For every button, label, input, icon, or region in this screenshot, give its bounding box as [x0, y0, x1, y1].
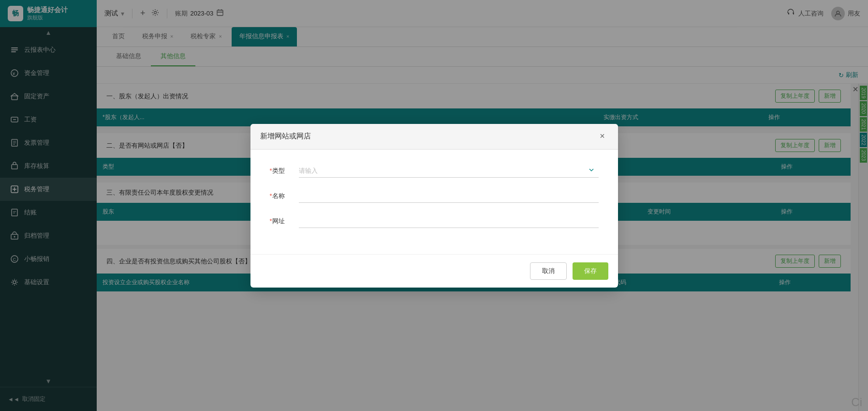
url-label-text: 网址 [272, 217, 285, 225]
name-field [299, 189, 599, 203]
form-row-name: *名称 [270, 189, 599, 203]
form-row-url: *网址 [270, 214, 599, 228]
name-label: *名称 [270, 192, 299, 200]
modal-header: 新增网站或网店 × [250, 124, 618, 150]
cancel-btn[interactable]: 取消 [530, 262, 567, 280]
type-label-text: 类型 [272, 167, 285, 174]
url-label: *网址 [270, 217, 299, 226]
modal-title: 新增网站或网店 [260, 132, 311, 141]
type-label: *类型 [270, 167, 299, 175]
name-input[interactable] [299, 189, 599, 203]
type-field [299, 164, 599, 178]
url-field [299, 214, 599, 228]
modal-overlay: 新增网站或网店 × *类型 *名称 [0, 0, 868, 411]
type-input[interactable] [299, 164, 599, 178]
name-label-text: 名称 [272, 192, 285, 199]
modal-close-btn[interactable]: × [597, 131, 608, 142]
modal-body: *类型 *名称 [250, 150, 618, 254]
add-website-modal: 新增网站或网店 × *类型 *名称 [250, 124, 618, 288]
modal-footer: 取消 保存 [250, 254, 618, 288]
url-input[interactable] [299, 214, 599, 228]
form-row-type: *类型 [270, 164, 599, 178]
save-btn[interactable]: 保存 [573, 262, 608, 280]
